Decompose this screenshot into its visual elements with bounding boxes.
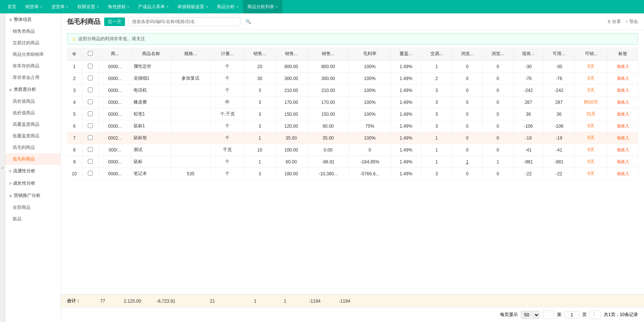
total-sales-price: 2,125.00 [118, 299, 147, 304]
row-checkbox[interactable] [82, 120, 99, 132]
notice-icon: ⚠ [72, 36, 76, 42]
nav-close-icon[interactable]: × [40, 5, 42, 9]
nav-item-销货单[interactable]: 销货单× [21, 0, 47, 13]
browse2-col-header[interactable]: 浏览... [483, 48, 513, 60]
sidebar-group-营销推广分析[interactable]: ∨营销推广分析 [5, 189, 61, 202]
nav-item-商品分析[interactable]: 商品分析× [212, 0, 243, 13]
row-select-checkbox[interactable] [88, 76, 93, 80]
sidebar-item-商品分类助销率[interactable]: 商品分类助销率 [5, 49, 61, 60]
row-code: 0000... [99, 85, 131, 96]
sidebar-item-新品[interactable]: 新品 [5, 213, 61, 225]
row-select-checkbox[interactable] [88, 87, 93, 92]
sidebar-group-流通性分析[interactable]: >流通性分析 [5, 165, 61, 177]
nav-close-icon[interactable]: × [236, 5, 238, 9]
row-checkbox[interactable] [82, 108, 99, 120]
sales-price-col-header[interactable]: 销售... [275, 48, 307, 60]
date-filter-button[interactable]: 近一月 [104, 17, 125, 26]
row-checkbox[interactable] [82, 96, 99, 108]
nav-item-进货单[interactable]: 进货单× [47, 0, 73, 13]
sales-qty-col-header[interactable]: 销售... [244, 48, 275, 60]
row-sales-qty: 30 [244, 73, 275, 85]
row-checkbox[interactable] [82, 85, 99, 96]
sidebar-group-label: 流通性分析 [13, 168, 35, 174]
sidebar-group-成长性分析[interactable]: >成长性分析 [5, 177, 61, 189]
row-sales-profit: 150.00 [307, 108, 349, 120]
row-browse1[interactable]: 1 [452, 156, 483, 168]
row-checkbox[interactable] [82, 168, 99, 180]
nav-close-icon[interactable]: × [127, 5, 129, 9]
export-button[interactable]: ↑ 导出 [625, 19, 638, 25]
tag-col-header[interactable]: 标签 [608, 48, 638, 60]
page-number-input[interactable] [564, 311, 579, 319]
settings-col-header[interactable]: ⚙ [67, 48, 82, 60]
row-checkbox[interactable] [82, 73, 99, 85]
row-checkbox[interactable] [82, 156, 99, 168]
nav-item-权限设置[interactable]: 权限设置× [73, 0, 103, 13]
row-saleable-days: 0天 [574, 60, 608, 73]
sidebar-item-高毛利商品[interactable]: 高毛利商品 [5, 142, 61, 153]
checkbox-col-header[interactable] [82, 48, 99, 60]
row-select-checkbox[interactable] [88, 111, 93, 116]
next-page-button[interactable]: 〉 [590, 310, 601, 319]
search-icon[interactable]: 🔍 [246, 19, 251, 24]
row-sales-qty: 1 [244, 156, 275, 168]
row-select-checkbox[interactable] [88, 99, 93, 104]
nav-close-icon[interactable]: × [66, 5, 68, 9]
sidebar-group-类群度分析[interactable]: ∨类群度分析 [5, 83, 61, 96]
sidebar-item-低覆盖度商品[interactable]: 低覆盖度商品 [5, 130, 61, 142]
row-checkbox[interactable] [82, 60, 99, 73]
sidebar-item-交易过的商品[interactable]: 交易过的商品 [5, 37, 61, 49]
sidebar-item-库存资金占用[interactable]: 库存资金占用 [5, 72, 61, 83]
row-select-checkbox[interactable] [88, 171, 93, 176]
row-select-checkbox[interactable] [88, 159, 93, 164]
nav-close-icon[interactable]: × [97, 5, 99, 9]
nav-close-icon[interactable]: × [206, 5, 208, 9]
share-button[interactable]: ⎘ 分享 [608, 19, 621, 25]
code-col-header[interactable]: 商... [99, 48, 131, 60]
nav-item-单据模板设置[interactable]: 单据模板设置× [173, 0, 212, 13]
name-col-header[interactable]: 商品名称 [131, 48, 171, 60]
row-select-checkbox[interactable] [88, 64, 93, 68]
sidebar-item-有库存的商品[interactable]: 有库存的商品 [5, 60, 61, 72]
table-wrapper[interactable]: ⚙ 商... 商品名称 规格... 计量... 销售... 销售... 销售..… [61, 48, 644, 294]
coverage-col-header[interactable]: 覆盖... [391, 48, 421, 60]
nav-close-icon[interactable]: × [166, 5, 169, 9]
spec-col-header[interactable]: 规格... [171, 48, 211, 60]
sidebar-item-销售类商品[interactable]: 销售类商品 [5, 26, 61, 37]
search-input[interactable] [129, 17, 240, 26]
row-tag: 低收入 [608, 144, 638, 156]
nav-item-角色授权[interactable]: 角色授权× [103, 0, 134, 13]
row-gross-margin: 100% [349, 60, 391, 73]
nav-item-首页[interactable]: 首页 [3, 0, 21, 13]
row-spec: 参加复试 [171, 73, 211, 85]
unit-col-header[interactable]: 计量... [211, 48, 245, 60]
nav-item-产成品入库单[interactable]: 产成品入库单× [134, 0, 173, 13]
row-select-checkbox[interactable] [88, 147, 93, 152]
nav-item-商品分析列表[interactable]: 商品分析列表× [243, 0, 282, 13]
transaction-col-header[interactable]: 交易... [421, 48, 452, 60]
sidebar-item-低价值商品[interactable]: 低价值商品 [5, 107, 61, 119]
per-page-select[interactable]: 50 100 200 [521, 311, 540, 319]
nav-close-icon[interactable]: × [276, 5, 278, 9]
row-checkbox[interactable] [82, 132, 99, 144]
row-sales-qty: 3 [244, 168, 275, 180]
saleable-days-col-header[interactable]: 可销... [574, 48, 608, 60]
sidebar-item-低毛利商品[interactable]: 低毛利商品 [5, 153, 61, 165]
sidebar-item-全部商品[interactable]: 全部商品 [5, 202, 61, 213]
sidebar-item-高覆盖度商品[interactable]: 高覆盖度商品 [5, 119, 61, 130]
sidebar-item-高价值商品[interactable]: 高价值商品 [5, 96, 61, 107]
row-browse1: 0 [452, 120, 483, 132]
row-select-checkbox[interactable] [88, 123, 93, 128]
browse1-col-header[interactable]: 浏览... [452, 48, 483, 60]
current-stock-col-header[interactable]: 现有... [513, 48, 544, 60]
select-all-checkbox[interactable] [88, 51, 93, 56]
sales-profit-col-header[interactable]: 销售... [307, 48, 349, 60]
sidebar-toggle-button[interactable]: « [0, 13, 5, 322]
prev-page-button[interactable]: 〈 [543, 310, 554, 319]
row-select-checkbox[interactable] [88, 135, 93, 140]
row-browse2: 0 [483, 168, 513, 180]
row-checkbox[interactable] [82, 144, 99, 156]
gross-margin-col-header[interactable]: 毛利率 [349, 48, 391, 60]
sidebar-group-整体信息[interactable]: ∨整体信息 [5, 13, 61, 26]
available-stock-col-header[interactable]: 可用... [544, 48, 574, 60]
